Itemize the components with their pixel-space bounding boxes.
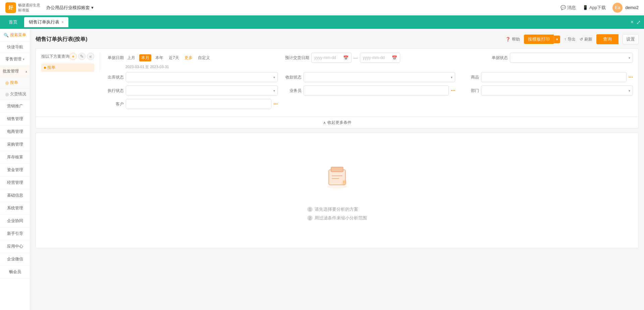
user-area[interactable]: Ea demo2 [612, 3, 639, 13]
dept-select[interactable] [481, 86, 633, 96]
tab-more[interactable]: 更多 [183, 54, 194, 61]
message-button[interactable]: 💬 消息 [560, 5, 576, 11]
app-download-button[interactable]: 📱 App下载 [583, 5, 606, 11]
sidebar-item-purchase[interactable]: 采购管理 [0, 138, 30, 151]
filter-row-3: 执行状态 ▾ 业务员 ··· 部门 [105, 86, 633, 96]
tab-last7[interactable]: 近7天 [167, 54, 180, 61]
svg-point-5 [342, 180, 347, 185]
export-icon: ↑ [564, 37, 566, 42]
sidebar-item-marketing[interactable]: 营销推广 [0, 100, 30, 113]
delivery-status-select[interactable] [126, 72, 278, 82]
customer-ellipsis-button[interactable]: ··· [273, 101, 278, 107]
circle-icon: ◎ [5, 81, 9, 85]
sidebar-item-ecommerce[interactable]: 电商管理 [0, 125, 30, 138]
sidebar-item-sales[interactable]: 销售管理 [0, 113, 30, 125]
settings-button[interactable]: 设置 [623, 34, 639, 44]
help-icon: ❓ [505, 37, 511, 42]
exec-status-label: 执行状态 [105, 88, 124, 94]
order-status-select[interactable] [510, 53, 633, 63]
chevron-down-icon: ▾ [23, 57, 24, 61]
logo-text: 畅捷通好生意 标准版 [18, 3, 40, 12]
calendar-icon-end: 📅 [392, 55, 397, 60]
sidebar-item-member[interactable]: 畅会员 [0, 266, 30, 278]
refresh-button[interactable]: ↺ 刷新 [580, 37, 592, 42]
logo-area[interactable]: 好 畅捷通好生意 标准版 [5, 2, 40, 13]
svg-text:!: ! [343, 180, 344, 185]
user-name: demo2 [625, 5, 639, 10]
expected-start-date[interactable]: yyyy-mm-dd 📅 [311, 53, 352, 63]
scheme-edit-button[interactable]: ✎ [78, 53, 86, 60]
sidebar-sub-item-debt[interactable]: ◎ 欠货情况 [0, 89, 30, 100]
download-icon: 📱 [583, 5, 588, 10]
date-field-group: 单据日期 上月 本月 本年 近7天 更多 自定义 [105, 54, 278, 61]
exec-status-select[interactable] [126, 86, 278, 96]
goods-group: 商品 ··· [461, 72, 633, 82]
tab-last-month[interactable]: 上月 [126, 54, 137, 61]
customer-group: 客户 ··· [105, 99, 278, 109]
sidebar-item-inventory[interactable]: 库存核算 [0, 151, 30, 164]
sidebar-quick-nav[interactable]: 快捷导航 [0, 42, 30, 53]
print-arrow-button[interactable]: ▾ [554, 36, 560, 43]
sidebar-sub-item-order[interactable]: ◎ 按单 [0, 77, 30, 89]
expected-end-date[interactable]: yyyy-mm-dd 📅 [360, 53, 400, 63]
sidebar-item-newguide[interactable]: 新手引导 [0, 227, 30, 240]
scheme-item-order[interactable]: 按单 [41, 63, 94, 72]
tab-home[interactable]: 首页 [3, 17, 23, 27]
customer-label: 客户 [105, 101, 124, 107]
tab-close-icon[interactable]: × [61, 20, 64, 24]
chevron-up-icon: ▴ [25, 69, 27, 73]
sidebar-item-basic[interactable]: 基础信息 [0, 189, 30, 202]
filter-scheme-section: 按以下方案查询 + ✎ « 按单 [41, 53, 100, 72]
help-button[interactable]: ❓ 帮助 [505, 37, 520, 42]
sidebar-item-corpwechat[interactable]: 企业微信 [0, 253, 30, 266]
date-tabs: 上月 本月 本年 近7天 更多 自定义 [126, 54, 211, 61]
top-nav-left: 好 畅捷通好生意 标准版 办公用品行业模拟账套 ▾ [5, 2, 96, 13]
order-status-group: 单据状态 ▾ [489, 53, 633, 63]
sidebar-item-finance[interactable]: 资金管理 [0, 164, 30, 176]
query-button[interactable]: 查询 [596, 34, 619, 44]
circle-outline-icon: ◎ [5, 92, 9, 97]
filter-header: 按以下方案查询 + ✎ « 按单 [36, 49, 638, 117]
tab-bar-actions: × ⤢ [631, 19, 641, 25]
sidebar-item-cooperation[interactable]: 企业协同 [0, 215, 30, 227]
avatar: Ea [612, 3, 623, 13]
tab-sales-order[interactable]: 销售订单执行表 × [24, 17, 68, 27]
sidebar-item-system[interactable]: 系统管理 [0, 202, 30, 215]
logo-icon: 好 [5, 2, 16, 13]
system-selector[interactable]: 办公用品行业模拟账套 ▾ [44, 3, 96, 12]
print-button-group: 按模板打印 ▾ [524, 35, 560, 44]
tab-this-year[interactable]: 本年 [154, 54, 165, 61]
close-window-icon[interactable]: × [631, 19, 634, 25]
collection-status-select[interactable] [304, 72, 455, 82]
sidebar-item-wholesale[interactable]: 批发管理 ▴ [0, 66, 30, 77]
export-button[interactable]: ↑ 导出 [564, 37, 576, 42]
print-main-button[interactable]: 按模板打印 [524, 35, 554, 44]
empty-state: ! 1 请先选择要分析的方案 2 用过滤条件来缩小分析范围 [36, 133, 639, 248]
sidebar-item-appcenter[interactable]: 应用中心 [0, 240, 30, 253]
sidebar: 🔍 搜索菜单 快捷导航 零售管理 ▾ 批发管理 ▴ ◎ 按单 ◎ 欠货情况 营销… [0, 29, 30, 310]
customer-input[interactable] [126, 99, 271, 109]
page-actions: ❓ 帮助 按模板打印 ▾ ↑ 导出 ↺ 刷新 查询 设置 [505, 34, 639, 44]
tab-this-month[interactable]: 本月 [139, 54, 151, 61]
filter-footer[interactable]: ∧ 收起更多条件 [36, 117, 638, 128]
scheme-collapse-button[interactable]: « [87, 53, 94, 60]
sidebar-item-retail[interactable]: 零售管理 ▾ [0, 53, 30, 66]
goods-label: 商品 [461, 74, 479, 80]
goods-ellipsis-button[interactable]: ··· [629, 74, 633, 80]
filter-row-2: 出库状态 ▾ 收款状态 ▾ [105, 72, 633, 82]
filter-fields: 单据日期 上月 本月 本年 近7天 更多 自定义 [105, 53, 633, 112]
empty-tip-2: 2 用过滤条件来缩小分析范围 [307, 215, 367, 221]
tip-num-2: 2 [307, 215, 313, 221]
sidebar-item-operation[interactable]: 经营管理 [0, 176, 30, 189]
collection-status-label: 收款状态 [283, 74, 302, 80]
sidebar-search[interactable]: 🔍 搜索菜单 [0, 29, 30, 42]
scheme-add-button[interactable]: + [69, 53, 77, 60]
salesperson-ellipsis-button[interactable]: ··· [451, 88, 455, 94]
filter-row-4: 客户 ··· [105, 99, 633, 109]
collapse-button[interactable]: ∧ 收起更多条件 [323, 120, 352, 125]
maximize-icon[interactable]: ⤢ [636, 19, 641, 25]
tab-custom[interactable]: 自定义 [197, 54, 211, 61]
goods-input[interactable] [481, 72, 626, 82]
salesperson-input[interactable] [304, 86, 449, 96]
empty-tip-1: 1 请先选择要分析的方案 [307, 206, 367, 212]
